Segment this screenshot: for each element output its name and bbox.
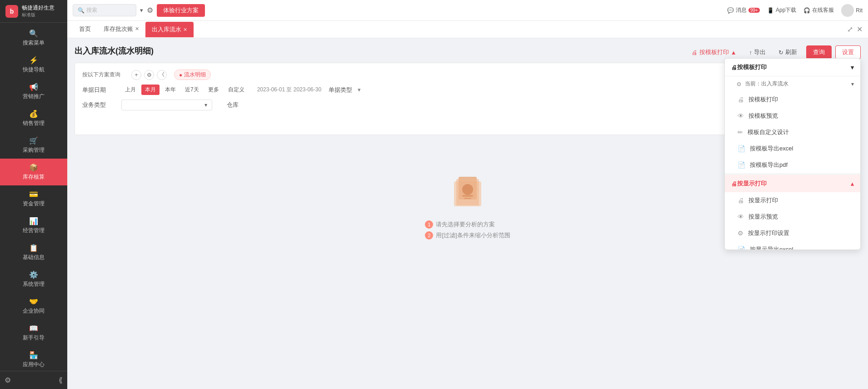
search-placeholder: 搜索 bbox=[86, 6, 97, 14]
sidebar-item-operation[interactable]: 📊 经营管理 bbox=[0, 212, 67, 239]
tab-batch-label: 库存批次账 bbox=[104, 25, 133, 33]
nav-label-collab: 企业协同 bbox=[23, 307, 45, 315]
section2-header[interactable]: 🖨 按显示打印 ▴ bbox=[725, 175, 860, 192]
close-all-icon[interactable]: ✕ bbox=[857, 25, 863, 34]
display-settings-item[interactable]: ⚙ 按显示打印设置 bbox=[725, 225, 860, 241]
display-excel-item[interactable]: 📄 按显示导出excel bbox=[725, 241, 860, 249]
display-print-item[interactable]: 🖨 按显示打印 bbox=[725, 192, 860, 209]
maximize-icon[interactable]: ⤢ bbox=[847, 25, 853, 34]
template-custom-item[interactable]: ✏ 模板自定义设计 bbox=[725, 124, 860, 140]
template-excel-label: 按模板导出excel bbox=[750, 145, 793, 153]
date-tab-last7[interactable]: 近7天 bbox=[181, 85, 203, 95]
online-service-btn[interactable]: 🎧 在线客服 bbox=[803, 6, 834, 14]
section2-arrow: ▴ bbox=[851, 180, 854, 187]
sidebar-item-search[interactable]: 🔍 搜索菜单 bbox=[0, 25, 67, 51]
settings-btn[interactable]: 设置 bbox=[835, 45, 861, 59]
topbar-left: 🔍 搜索 ▾ ⚙ 体验行业方案 bbox=[73, 4, 205, 17]
refresh-icon: ↻ bbox=[778, 49, 783, 56]
date-tab-custom[interactable]: 自定义 bbox=[224, 85, 248, 95]
topbar-gear-icon[interactable]: ⚙ bbox=[147, 6, 153, 15]
add-filter-btn[interactable]: + bbox=[131, 70, 141, 80]
topbar: 🔍 搜索 ▾ ⚙ 体验行业方案 💬 消息 99+ 📱 App下载 🎧 在线客服 bbox=[67, 0, 868, 21]
template-pdf-item[interactable]: 📄 按模板导出pdf bbox=[725, 157, 860, 173]
industry-btn[interactable]: 体验行业方案 bbox=[157, 4, 205, 17]
display-print-label: 按显示打印 bbox=[748, 196, 778, 204]
sidebar-item-appstore[interactable]: 🏪 应用中心 bbox=[0, 346, 67, 371]
sidebar-item-purchase[interactable]: 🛒 采购管理 bbox=[0, 132, 67, 159]
print-template-btn[interactable]: 🖨 按模板打印 ▲ bbox=[688, 46, 740, 58]
section1-title: 按模板打印 bbox=[737, 63, 767, 71]
filter-tag-label: 流水明细 bbox=[184, 71, 206, 79]
template-preview-item[interactable]: 👁 按模板预览 bbox=[725, 108, 860, 124]
section2-group: 🖨 按显示打印 ▴ 🖨 按显示打印 👁 按显示预览 ⚙ 按显示打印设 bbox=[725, 173, 860, 249]
nav-icon-operation: 📊 bbox=[29, 217, 38, 225]
nav-icon-sales: 💰 bbox=[29, 110, 38, 118]
nav-icon-search: 🔍 bbox=[29, 29, 38, 38]
tab-batch-close[interactable]: ✕ bbox=[135, 26, 139, 32]
tab-flow-close[interactable]: ✕ bbox=[183, 27, 187, 33]
template-preview-label: 按模板预览 bbox=[748, 112, 778, 120]
sidebar-item-basic[interactable]: 📋 基础信息 bbox=[0, 239, 67, 266]
message-icon: 💬 bbox=[727, 7, 734, 14]
template-pdf-icon: 📄 bbox=[738, 161, 745, 169]
template-excel-item[interactable]: 📄 按模板导出excel bbox=[725, 140, 860, 157]
template-print-icon: 🖨 bbox=[738, 96, 744, 103]
date-tab-current-month[interactable]: 本月 bbox=[141, 85, 160, 95]
svg-rect-5 bbox=[464, 198, 471, 199]
user-area[interactable]: Rit bbox=[841, 4, 863, 17]
empty-hints: 1 请先选择要分析的方案 2 用[过滤]条件来缩小分析范围 bbox=[425, 220, 510, 242]
sidebar-item-shortcut[interactable]: ⚡ 快捷导航 bbox=[0, 51, 67, 78]
message-btn[interactable]: 💬 消息 99+ bbox=[727, 6, 760, 14]
display-settings-label: 按显示打印设置 bbox=[748, 229, 789, 237]
settings-footer-icon[interactable]: ⚙ bbox=[5, 376, 11, 384]
nav-label-system: 系统管理 bbox=[23, 280, 45, 288]
sidebar-item-system[interactable]: ⚙️ 系统管理 bbox=[0, 266, 67, 293]
filter-tag[interactable]: ● 流水明细 bbox=[174, 70, 211, 80]
export-btn[interactable]: ↑ 导出 bbox=[746, 46, 770, 58]
display-settings-icon: ⚙ bbox=[738, 229, 743, 237]
filter-actions: + ⚙ 《 bbox=[131, 70, 167, 80]
bill-type-section: 单据类型 ▾ bbox=[329, 86, 419, 94]
current-template-arrow: ▾ bbox=[851, 81, 854, 87]
nav-icon-basic: 📋 bbox=[29, 244, 38, 252]
logo-area: b 畅捷通好生意 标准版 bbox=[0, 0, 67, 23]
tab-home-label: 首页 bbox=[79, 25, 91, 33]
sidebar-item-guide[interactable]: 📖 新手引导 bbox=[0, 319, 67, 346]
sidebar-item-marketing[interactable]: 📢 营销推广 bbox=[0, 78, 67, 105]
user-avatar bbox=[841, 4, 854, 17]
sidebar-item-collab[interactable]: 🤝 企业协同 bbox=[0, 293, 67, 319]
current-template-info: ⊙ 当前：出入库流水 ▾ bbox=[725, 76, 860, 91]
tab-home[interactable]: 首页 bbox=[73, 21, 97, 38]
collapse-filter-btn[interactable]: 《 bbox=[157, 70, 167, 80]
tab-flow[interactable]: 出入库流水 ✕ bbox=[145, 22, 194, 37]
date-tab-current-year[interactable]: 本年 bbox=[161, 85, 180, 95]
date-tab-more[interactable]: 更多 bbox=[205, 85, 223, 95]
display-preview-icon: 👁 bbox=[738, 213, 744, 220]
search-box[interactable]: 🔍 搜索 bbox=[73, 4, 136, 16]
tab-batch[interactable]: 库存批次账 ✕ bbox=[97, 21, 145, 38]
display-preview-label: 按显示预览 bbox=[748, 213, 778, 221]
print-template-arrow: ▲ bbox=[731, 49, 737, 56]
sidebar-item-inventory[interactable]: 📦 库存核算 bbox=[0, 159, 67, 185]
settings-filter-btn[interactable]: ⚙ bbox=[144, 70, 154, 80]
sidebar-item-finance[interactable]: 💳 资金管理 bbox=[0, 185, 67, 212]
section1-header[interactable]: 🖨 按模板打印 ▾ bbox=[725, 59, 860, 76]
empty-illustration bbox=[445, 168, 490, 213]
print-dropdown: 🖨 按模板打印 ▾ ⊙ 当前：出入库流水 ▾ 🖨 按模板打印 👁 按模板预览 bbox=[724, 58, 861, 250]
date-tab-last-month[interactable]: 上月 bbox=[121, 85, 140, 95]
nav-label-search: 搜索菜单 bbox=[23, 39, 45, 47]
app-download-btn[interactable]: 📱 App下载 bbox=[767, 6, 796, 14]
query-btn[interactable]: 查询 bbox=[806, 45, 832, 59]
business-type-select[interactable]: ▾ bbox=[121, 100, 212, 110]
template-preview-icon: 👁 bbox=[738, 112, 744, 120]
template-print-item[interactable]: 🖨 按模板打印 bbox=[725, 91, 860, 108]
filter-by-label: 按以下方案查询 bbox=[82, 71, 120, 79]
topbar-dropdown-icon[interactable]: ▾ bbox=[140, 7, 143, 14]
collapse-footer-icon[interactable]: ⟪ bbox=[59, 376, 63, 384]
display-preview-item[interactable]: 👁 按显示预览 bbox=[725, 209, 860, 225]
filter-tag-icon: ● bbox=[179, 72, 182, 78]
refresh-btn[interactable]: ↻ 刷新 bbox=[775, 46, 801, 58]
sidebar-item-sales[interactable]: 💰 销售管理 bbox=[0, 105, 67, 132]
display-excel-label: 按显示导出excel bbox=[750, 245, 793, 249]
online-service-label: 在线客服 bbox=[812, 6, 834, 14]
